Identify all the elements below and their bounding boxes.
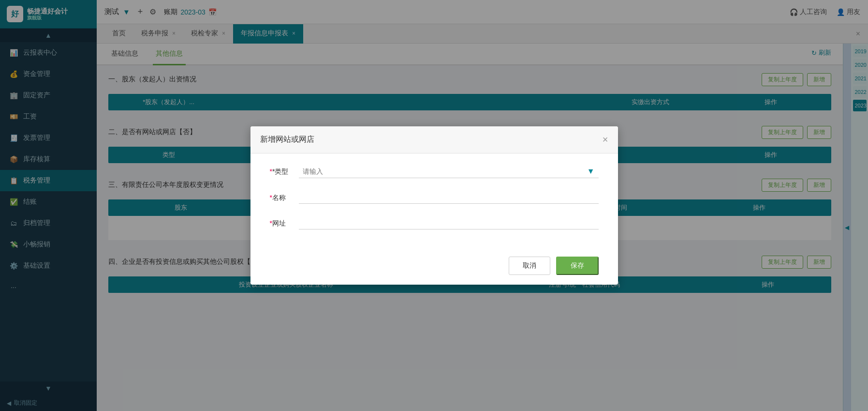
name-input[interactable] [299, 192, 599, 204]
add-website-modal: 新增网站或网店 × **类型 ▼ *名称 [250, 126, 618, 285]
form-row-type: **类型 ▼ [270, 165, 599, 178]
url-label: *网址 [270, 219, 299, 228]
name-label: *名称 [270, 194, 299, 202]
save-button[interactable]: 保存 [556, 257, 599, 275]
modal-footer: 取消 保存 [250, 251, 618, 285]
modal-header: 新增网站或网店 × [250, 126, 618, 153]
modal-overlay: 新增网站或网店 × **类型 ▼ *名称 [0, 0, 868, 411]
type-select-wrapper: ▼ [299, 165, 599, 178]
form-row-name: *名称 [270, 192, 599, 204]
type-input[interactable] [303, 167, 587, 175]
type-dropdown-icon[interactable]: ▼ [587, 167, 595, 176]
url-input[interactable] [299, 217, 599, 229]
form-row-url: *网址 [270, 217, 599, 229]
modal-title: 新增网站或网店 [260, 135, 314, 145]
modal-body: **类型 ▼ *名称 *网址 [250, 153, 618, 251]
modal-close-btn[interactable]: × [603, 134, 608, 145]
cancel-button[interactable]: 取消 [509, 257, 550, 275]
type-label: **类型 [270, 167, 299, 176]
